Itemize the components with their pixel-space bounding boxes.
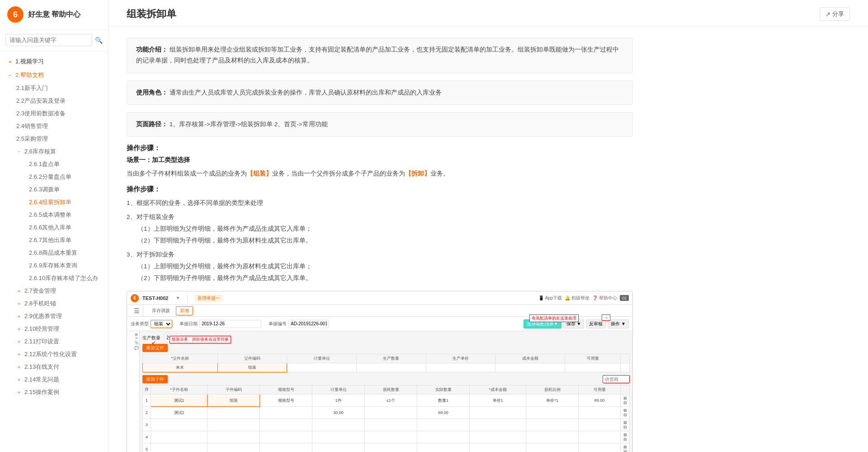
type-select[interactable]: 组装 拆卸 bbox=[151, 320, 172, 328]
left-icon-2[interactable]: ≡ bbox=[128, 337, 138, 339]
step2-sub1: （1）上部明细为父件明细，最终作为产成品生成其它入库单； bbox=[127, 223, 633, 235]
sidebar-item-2-6-9[interactable]: 2.6.9库存账本查询 bbox=[25, 259, 108, 272]
search-icon[interactable]: 🔍 bbox=[95, 37, 103, 44]
lower-cell-avail-1: 89.00 bbox=[579, 395, 621, 407]
lower-cell-name-1[interactable]: 测试1 bbox=[151, 395, 208, 407]
sidebar-item-2-6-10[interactable]: 2.6.10库存账本错了怎么办 bbox=[25, 272, 108, 285]
upper-cell-unit bbox=[287, 363, 357, 372]
upper-col-6: 成本金额 bbox=[495, 354, 565, 363]
share-icon: ↗ bbox=[826, 11, 830, 18]
lower-cell-code-1[interactable]: 组装 bbox=[208, 395, 260, 407]
lower-cell-num: 2 bbox=[143, 407, 151, 419]
screenshot-logo: 6 bbox=[131, 294, 139, 302]
btn-more[interactable]: 操作 ▼ bbox=[608, 319, 629, 328]
role-text: 通常由生产人员或库管人员完成拆装业务的操作，库管人员确认原材料的出库和产成品的入… bbox=[170, 89, 442, 96]
btn-select-bom[interactable]: 选择装配清单▼ bbox=[524, 319, 561, 328]
upper-col-1: *父件名称 bbox=[143, 354, 218, 363]
sidebar-item-2-6-8[interactable]: 2.6.8商品成本重算 bbox=[25, 247, 108, 259]
sidebar: 6 好生意 帮助中心 🔍 ＋ 1.视频学习 － 2.帮助文档 2.1新手入门 2… bbox=[0, 0, 108, 452]
upper-cell-cost bbox=[495, 363, 565, 372]
screenshot-help-icon: 🔔 初级帮坐 bbox=[565, 295, 590, 301]
lower-col-8: 损耗比例 bbox=[526, 385, 579, 395]
sidebar-item-docs[interactable]: － 2.帮助文档 bbox=[0, 68, 108, 82]
lower-cell-loss-1: ≤1个 bbox=[365, 395, 417, 407]
minus-icon: － bbox=[16, 148, 22, 156]
screenshot-nav-home[interactable]: 新增单据一 bbox=[195, 295, 223, 302]
app-brand: 好生意 帮助中心 bbox=[28, 10, 80, 19]
sidebar-header: 6 好生意 帮助中心 bbox=[0, 0, 108, 29]
sidebar-item-label: 2.帮助文档 bbox=[15, 71, 44, 79]
sidebar-item-2-6-6[interactable]: 2.6.6其他入库单 bbox=[25, 221, 108, 234]
toolbar-no: 单据编号 bbox=[269, 320, 329, 328]
plus-icon: ＋ bbox=[16, 287, 22, 295]
upper-col-5: 生产单价 bbox=[426, 354, 495, 363]
upper-cell-name[interactable]: 米木 bbox=[143, 363, 218, 372]
sidebar-item-2-8[interactable]: ＋ 2.8手机旺铺 bbox=[13, 297, 108, 310]
sidebar-item-2-2[interactable]: 2.2产品安装及登录 bbox=[13, 95, 108, 107]
step3-sub2: （2）下部明细为子件明细，最终作为产成品生成其它入库单。 bbox=[127, 272, 633, 284]
sidebar-item-2-3[interactable]: 2.3使用前数据准备 bbox=[13, 107, 108, 120]
screenshot-center-icon: ❓ 帮助中心 bbox=[592, 295, 617, 301]
sidebar-item-2-7[interactable]: ＋ 2.7资金管理 bbox=[13, 285, 108, 297]
divider bbox=[187, 295, 188, 301]
sidebar-item-video[interactable]: ＋ 1.视频学习 bbox=[0, 55, 108, 68]
role-block: 使用角色： 通常由生产人员或库管人员完成拆装业务的操作，库管人员确认原材料的出库… bbox=[127, 81, 633, 105]
sidebar-item-2-6[interactable]: － 2.6库存核算 bbox=[13, 145, 108, 158]
sidebar-item-2-6-7[interactable]: 2.6.7其他出库单 bbox=[25, 234, 108, 247]
lower-col-4: 计量单位 bbox=[312, 385, 365, 395]
sidebar-item-2-6-5[interactable]: 2.6.5成本调整单 bbox=[25, 209, 108, 221]
lower-cell-actual-2: 69.00 bbox=[417, 407, 470, 419]
sidebar-item-2-13[interactable]: ＋ 2.13在线支付 bbox=[13, 361, 108, 373]
plus-icon: ＋ bbox=[16, 351, 22, 358]
add-sub-btn[interactable]: 添加子件 bbox=[142, 375, 168, 383]
lower-cell-avail-2 bbox=[579, 407, 621, 419]
upper-col-3: 计量单位 bbox=[287, 354, 357, 363]
sidebar-item-2-11[interactable]: ＋ 2.11打印设置 bbox=[13, 335, 108, 348]
table-row: 1 测试1 组装 规格型号 1件 ≤1个 数量1 单价1 单价*1 89.0 bbox=[143, 395, 630, 407]
sidebar-item-2-5[interactable]: 2.5采购管理 bbox=[13, 133, 108, 145]
sidebar-item-2-6-1[interactable]: 2.6.1盘点单 bbox=[25, 158, 108, 171]
lower-cell-code-2 bbox=[208, 407, 260, 419]
lower-cell-num: 1 bbox=[143, 395, 151, 407]
lower-cell-spec-1: 规格型号 bbox=[260, 395, 312, 407]
sidebar-item-label: 2.2产品安装及登录 bbox=[16, 97, 66, 105]
step3: 3、对于拆卸业务 bbox=[127, 249, 633, 261]
left-icon-4[interactable]: 💬 bbox=[128, 346, 138, 350]
scene1-desc: 当由多个子件材料组装成一个成品的业务为【组装】业务，当由一个父件拆分成多个子产品… bbox=[127, 168, 633, 180]
section-title-wrapper: 添加父件 组装业务、拆卸业务在这里切换 ↙ bbox=[142, 344, 630, 352]
minus-icon: － bbox=[7, 71, 13, 79]
screenshot-topbar: 6 TEST-H002 ▼ 新增单据一 📱 App下载 🔔 初级帮坐 ❓ 帮助中… bbox=[127, 291, 632, 305]
sidebar-item-2-9[interactable]: ＋ 2.9优惠券管理 bbox=[13, 310, 108, 323]
plus-icon: ＋ bbox=[16, 389, 22, 396]
nav-sub-2-6: 2.6.1盘点单 2.6.2分量盘点单 2.6.3调拨单 2.6.4组装拆卸单 … bbox=[13, 158, 108, 285]
sidebar-item-2-1[interactable]: 2.1新手入门 bbox=[13, 82, 108, 95]
step2-sub2: （2）下部明细为子件明细，最终作为原材料生成其它出库单。 bbox=[127, 235, 633, 247]
screenshot-tab-1[interactable]: 库存调拨 bbox=[148, 306, 174, 315]
search-input[interactable] bbox=[5, 34, 92, 46]
step2: 2、对于组装业务 bbox=[127, 211, 633, 223]
sidebar-item-label: 2.6库存核算 bbox=[24, 147, 56, 156]
sidebar-item-2-10[interactable]: ＋ 2.10经营管理 bbox=[13, 323, 108, 335]
date-input[interactable] bbox=[199, 320, 261, 328]
btn-save[interactable]: 保存 ▼ bbox=[563, 319, 585, 328]
share-button[interactable]: ↗ 分享 bbox=[820, 7, 850, 21]
sidebar-item-2-4[interactable]: 2.4销售管理 bbox=[13, 120, 108, 133]
sidebar-item-2-14[interactable]: ＋ 2.14常见问题 bbox=[13, 373, 108, 386]
left-icon-3[interactable]: 📎 bbox=[128, 340, 138, 345]
hamburger-icon: ☰ bbox=[134, 307, 140, 314]
sidebar-item-2-6-2[interactable]: 2.6.2分量盘点单 bbox=[25, 171, 108, 183]
left-icon-1[interactable]: ⊞ bbox=[128, 333, 138, 336]
btn-audit[interactable]: 反审核 bbox=[586, 319, 606, 328]
sidebar-item-2-15[interactable]: ＋ 2.15操作案例 bbox=[13, 386, 108, 399]
sidebar-item-2-6-4[interactable]: 2.6.4组装拆卸单 bbox=[25, 196, 108, 209]
sidebar-item-2-6-3[interactable]: 2.6.3调拨单 bbox=[25, 183, 108, 196]
main-content: 组装拆卸单 ↗ 分享 功能介绍： 组装拆卸单用来处理企业组装或拆卸等加工业务，支… bbox=[108, 0, 868, 452]
upper-cell-code[interactable]: 组装 bbox=[217, 363, 287, 372]
supplier-input[interactable] bbox=[603, 375, 630, 383]
screenshot-tab-2[interactable]: 新增 bbox=[176, 306, 193, 315]
upper-cell-actions bbox=[621, 363, 630, 372]
plus-icon: ＋ bbox=[16, 376, 22, 384]
sidebar-item-label: 2.1新手入门 bbox=[16, 84, 48, 92]
sidebar-item-2-12[interactable]: ＋ 2.12系统个性化设置 bbox=[13, 348, 108, 361]
no-input[interactable] bbox=[288, 320, 329, 328]
